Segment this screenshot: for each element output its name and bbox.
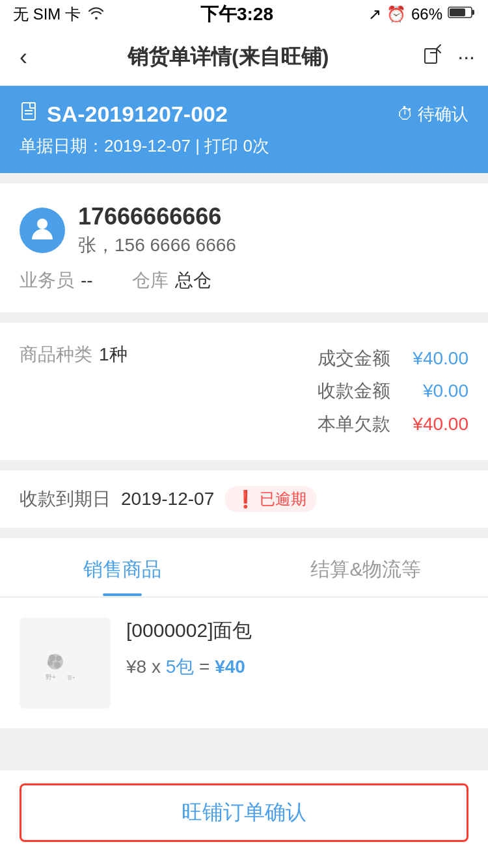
overdue-badge: ❗ 已逾期 — [224, 486, 317, 512]
order-date-row: 单据日期：2019-12-07 | 打印 0次 — [20, 135, 468, 157]
category-label: 商品种类 — [20, 342, 92, 367]
product-total: ¥40 — [215, 657, 245, 677]
product-thumbnail: 野+ 管+ — [20, 617, 111, 709]
received-value: ¥0.00 — [403, 375, 468, 407]
tab-settlement[interactable]: 结算&物流等 — [244, 538, 488, 596]
customer-details: 业务员 -- 仓库 总仓 — [20, 268, 468, 293]
amount-row-deal: 成交金额 ¥40.00 — [318, 342, 468, 375]
avatar — [20, 208, 65, 253]
price-prefix: ¥8 x — [126, 657, 166, 677]
warehouse-detail: 仓库 总仓 — [132, 268, 211, 293]
due-date-section: 收款到期日 2019-12-07 ❗ 已逾期 — [0, 470, 488, 528]
order-doc-icon — [20, 102, 40, 127]
customer-section: 17666666666 张，156 6666 6666 业务员 -- 仓库 总仓 — [0, 183, 488, 312]
received-label: 收款金额 — [318, 375, 390, 407]
product-price: ¥8 x 5包 = ¥40 — [126, 655, 468, 679]
person-icon — [28, 213, 57, 248]
battery-text: 66% — [411, 5, 442, 23]
warehouse-value: 总仓 — [175, 268, 211, 293]
sales-value: -- — [81, 270, 93, 291]
warehouse-label: 仓库 — [132, 268, 169, 293]
svg-rect-2 — [450, 8, 465, 16]
share-button[interactable] — [422, 44, 444, 71]
alarm-icon: ⏰ — [386, 5, 406, 23]
order-id: SA-20191207-002 — [20, 102, 228, 127]
amount-value: ¥40.00 — [403, 342, 468, 375]
product-section: 野+ 管+ [0000002]面包 ¥8 x 5包 = ¥40 — [0, 598, 488, 728]
page-title: 销货单详情(来自旺铺) — [128, 43, 329, 72]
product-quantity: 5包 — [166, 657, 195, 677]
status-time: 下午3:28 — [200, 2, 273, 27]
svg-point-12 — [47, 660, 53, 666]
due-label: 收款到期日 — [20, 487, 111, 511]
customer-name: 张，156 6666 6666 — [78, 233, 236, 258]
svg-point-13 — [54, 662, 61, 668]
wifi-icon — [87, 5, 105, 23]
back-button[interactable]: ‹ — [13, 37, 34, 77]
sales-label: 业务员 — [20, 268, 74, 293]
status-left: 无 SIM 卡 — [13, 4, 105, 25]
tab-products[interactable]: 销售商品 — [0, 538, 244, 596]
svg-text:野+: 野+ — [46, 673, 56, 681]
nav-bar: ‹ 销货单详情(来自旺铺) ··· — [0, 29, 488, 86]
svg-text:管+: 管+ — [67, 675, 75, 681]
clock-icon: ⏱ — [397, 104, 414, 124]
status-right: ↗ ⏰ 66% — [368, 5, 475, 23]
product-item: 野+ 管+ [0000002]面包 ¥8 x 5包 = ¥40 — [20, 617, 468, 709]
svg-rect-3 — [425, 49, 437, 63]
more-button[interactable]: ··· — [457, 45, 475, 69]
product-info: [0000002]面包 ¥8 x 5包 = ¥40 — [126, 617, 468, 679]
due-date: 2019-12-07 — [121, 489, 214, 509]
sales-detail: 业务员 -- — [20, 268, 93, 293]
confirm-order-button[interactable]: 旺铺订单确认 — [20, 783, 468, 842]
product-name: [0000002]面包 — [126, 617, 468, 644]
carrier-text: 无 SIM 卡 — [13, 4, 81, 25]
summary-section: 商品种类 1种 成交金额 ¥40.00 收款金额 ¥0.00 本单欠款 ¥40.… — [0, 323, 488, 460]
location-icon: ↗ — [368, 5, 381, 23]
amount-row-owed: 本单欠款 ¥40.00 — [318, 408, 468, 441]
summary-row: 商品种类 1种 成交金额 ¥40.00 收款金额 ¥0.00 本单欠款 ¥40.… — [20, 342, 468, 441]
svg-point-10 — [49, 655, 55, 661]
confirm-btn-container: 旺铺订单确认 — [0, 770, 488, 868]
customer-info: 17666666666 张，156 6666 6666 — [78, 203, 236, 258]
svg-point-11 — [56, 656, 61, 661]
order-status: ⏱ 待确认 — [397, 103, 468, 126]
amount-label: 成交金额 — [318, 342, 390, 375]
category-value: 1种 — [99, 342, 128, 367]
amount-row-received: 收款金额 ¥0.00 — [318, 375, 468, 407]
nav-right-actions: ··· — [422, 44, 475, 71]
customer-row: 17666666666 张，156 6666 6666 — [20, 203, 468, 258]
status-bar: 无 SIM 卡 下午3:28 ↗ ⏰ 66% — [0, 0, 488, 29]
owed-value: ¥40.00 — [403, 408, 468, 441]
amounts-info: 成交金额 ¥40.00 收款金额 ¥0.00 本单欠款 ¥40.00 — [318, 342, 468, 441]
order-header-top: SA-20191207-002 ⏱ 待确认 — [20, 102, 468, 127]
customer-phone: 17666666666 — [78, 203, 236, 230]
overdue-text: 已逾期 — [260, 489, 306, 509]
order-header-card: SA-20191207-002 ⏱ 待确认 单据日期：2019-12-07 | … — [0, 86, 488, 173]
tab-bar: 销售商品 结算&物流等 — [0, 538, 488, 597]
category-info: 商品种类 1种 — [20, 342, 128, 367]
battery-icon — [448, 5, 475, 23]
svg-point-8 — [37, 219, 47, 229]
owed-label: 本单欠款 — [318, 408, 390, 441]
equals-sign: = — [194, 657, 215, 677]
warning-icon: ❗ — [235, 489, 256, 509]
svg-rect-1 — [472, 10, 474, 15]
